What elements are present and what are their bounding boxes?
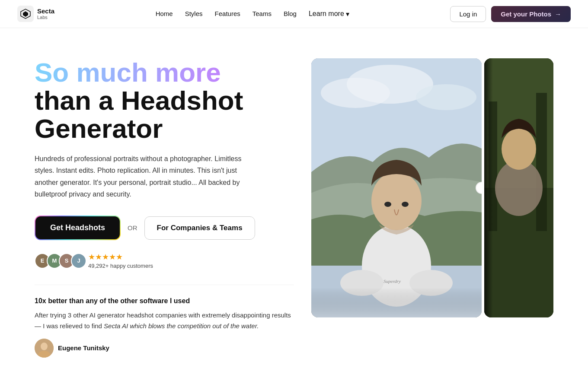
svg-point-22 (502, 128, 536, 170)
testimonial-author: Eugene Tunitsky (35, 339, 294, 358)
nav-links: Home Styles Features Teams Blog Learn mo… (156, 10, 349, 18)
svg-point-10 (371, 171, 422, 230)
hero-images: Photo Upload (311, 58, 553, 317)
svg-point-11 (384, 202, 391, 207)
nav-teams[interactable]: Teams (252, 10, 272, 17)
headline-part3: Generator (35, 114, 163, 143)
chevron-down-icon: ▾ (346, 10, 349, 18)
social-proof: E M S J ★★★★★ 49,292+ happy customers (35, 252, 294, 269)
nav-actions: Log in Get your Photos → (450, 6, 571, 22)
author-avatar-image (35, 339, 54, 358)
hero-section: So much more than a Headshot Generator H… (0, 28, 588, 371)
svg-rect-20 (536, 93, 547, 231)
get-headshots-button-wrap: Get Headshots (35, 216, 121, 240)
logo-icon (17, 6, 34, 22)
headline-gradient: So much more (35, 57, 221, 87)
nav-learn-more[interactable]: Learn more ▾ (309, 10, 349, 18)
hero-left: So much more than a Headshot Generator H… (35, 58, 294, 358)
generated-photo (484, 58, 553, 317)
get-headshots-button[interactable]: Get Headshots (35, 216, 120, 239)
upload-photo-svg: Superdry (311, 58, 482, 317)
testimonial-title: 10x better than any of the other softwar… (35, 297, 294, 305)
bw-photo: Superdry (311, 58, 482, 317)
navbar: Secta Labs Home Styles Features Teams Bl… (0, 0, 588, 28)
nav-home[interactable]: Home (156, 10, 173, 17)
companies-teams-button[interactable]: For Companies & Teams (144, 216, 255, 240)
star-rating: ★★★★★ (88, 252, 153, 262)
login-button[interactable]: Log in (450, 6, 486, 22)
or-divider: OR (128, 224, 137, 231)
customer-avatars: E M S J (35, 253, 83, 269)
svg-point-2 (41, 342, 48, 350)
svg-point-12 (402, 202, 409, 207)
svg-text:Superdry: Superdry (383, 279, 401, 284)
svg-point-8 (416, 84, 476, 110)
nav-styles[interactable]: Styles (185, 10, 203, 17)
testimonial-body: After trying 3 other AI generator headsh… (35, 310, 294, 332)
author-name: Eugene Tunitsky (58, 344, 109, 352)
nav-blog[interactable]: Blog (284, 10, 297, 17)
svg-rect-16 (311, 287, 482, 317)
logo[interactable]: Secta Labs (17, 6, 54, 22)
svg-rect-23 (484, 58, 493, 317)
hero-description: Hundreds of professional portraits witho… (35, 153, 259, 200)
generated-result-panel: Generated Result (484, 58, 553, 317)
hero-headline: So much more than a Headshot Generator (35, 58, 294, 143)
author-avatar (35, 339, 54, 358)
nav-features[interactable]: Features (215, 10, 240, 17)
generated-photo-svg (484, 58, 553, 317)
avatar-4: J (71, 253, 86, 269)
arrow-right-icon: → (555, 10, 561, 18)
get-photos-button[interactable]: Get your Photos → (491, 6, 571, 22)
rating-info: ★★★★★ 49,292+ happy customers (88, 252, 153, 269)
headline-part2: than a Headshot (35, 86, 243, 115)
hero-buttons: Get Headshots OR For Companies & Teams (35, 216, 294, 240)
logo-name: Secta (37, 8, 54, 15)
customer-count: 49,292+ happy customers (88, 263, 153, 269)
logo-sub: Labs (37, 15, 54, 20)
testimonial: 10x better than any of the other softwar… (35, 285, 294, 358)
photo-upload-panel: Photo Upload (311, 58, 482, 317)
